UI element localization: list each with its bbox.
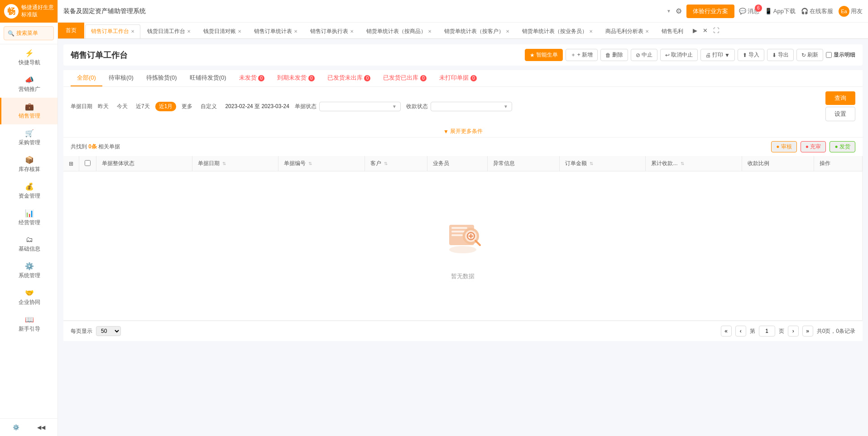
ship-button[interactable]: ● 发货 [830,141,855,152]
set-button[interactable]: 设置 [825,107,855,121]
tab-scroll-right[interactable]: ▶ [690,23,700,38]
th-check[interactable] [79,156,96,171]
tab-sales-order[interactable]: 销售订单工作台 ✕ [85,24,140,39]
delete-button[interactable]: 🗑 删除 [600,49,628,61]
tab-cash-reconcile[interactable]: 钱货日清对账 ✕ [197,24,247,38]
th-date[interactable]: 单据日期 ⇅ [192,156,278,171]
tab-close-sales-exec[interactable]: ✕ [350,29,354,34]
settings-button[interactable]: ⚙️ [11,422,21,432]
tab-sales-summary-staff[interactable]: 销货单统计表（按业务员） ✕ [516,24,599,38]
sidebar-nav-enterprise[interactable]: 🤝 企业协同 [0,284,58,311]
next-page-button[interactable]: › [788,326,799,336]
print-button[interactable]: 🖨 打印 ▼ [700,49,735,61]
tab-close-gross-profit[interactable]: ✕ [645,29,649,34]
sidebar-nav-purchase[interactable]: 🛒 采购管理 [0,124,58,151]
tab-close-sales-stats[interactable]: ✕ [294,29,297,34]
amount-sort-icon[interactable]: ⇅ [590,161,593,166]
tab-close-sales-summary-staff[interactable]: ✕ [589,29,593,34]
search-menu-button[interactable]: 🔍 搜索菜单 [4,26,54,40]
cancel-suspend-button[interactable]: ↩ 取消中止 [660,49,698,61]
refresh-button[interactable]: ↻ 刷新 [796,49,823,61]
customer-sort-icon[interactable]: ⇅ [384,161,388,166]
status-select[interactable]: ▼ [319,102,401,111]
th-amount[interactable]: 订单金额 ⇅ [559,156,646,171]
payment-select[interactable]: ▼ [431,102,512,111]
basics-icon: 🗂 [26,236,33,244]
date-option-today[interactable]: 今天 [114,102,130,111]
sidebar-nav-finance[interactable]: 💰 资金管理 [0,178,58,204]
export-button[interactable]: ⬇ 导出 [767,49,794,61]
collected-sort-icon[interactable]: ⇅ [681,161,684,166]
add-button[interactable]: ＋ + 新增 [566,49,598,61]
th-customer[interactable]: 客户 ⇅ [364,156,427,171]
sub-tab-pending-check[interactable]: 待拣验货(0) [140,70,183,86]
tab-close-all[interactable]: ✕ [700,23,710,38]
sidebar-nav-operations[interactable]: 📊 经营管理 [0,204,58,231]
online-service-button[interactable]: 🎧 在线客服 [801,7,833,15]
sidebar-nav-guide[interactable]: 📖 新手引导 [0,311,58,337]
sidebar-logo[interactable]: 畅 畅捷通好生意 标准版 [0,0,58,23]
sub-tab-shipped-out[interactable]: 已发货已出库 0 [377,70,433,86]
th-number[interactable]: 单据编号 ⇅ [278,156,365,171]
sub-tab-overdue[interactable]: 到期未发货 0 [271,70,321,86]
smart-create-button[interactable]: ★ 智能生单 [525,49,563,61]
user-button[interactable]: Ea 用友 [839,6,863,17]
tab-close-sales-summary-product[interactable]: ✕ [428,29,432,34]
suspend-button[interactable]: ⊘ 中止 [631,49,657,61]
sub-tab-not-shipped[interactable]: 未发货 0 [233,70,271,86]
app-download-button[interactable]: 📱 App下载 [765,7,796,15]
date-option-custom[interactable]: 自定义 [198,102,220,111]
sidebar-nav-sales[interactable]: 💼 销售管理 [0,98,58,124]
tab-sales-more[interactable]: 销售毛利 [656,24,689,38]
tab-cash-daily[interactable]: 钱货日清工作台 ✕ [141,24,197,38]
revoke-button[interactable]: ● 充审 [801,141,826,152]
date-option-yesterday[interactable]: 昨天 [95,102,111,111]
sidebar-nav-inventory[interactable]: 📦 库存核算 [0,151,58,178]
tab-sales-summary-customer[interactable]: 销货单统计表（按客户） ✕ [438,24,515,38]
show-detail-checkbox-label[interactable]: 显示明细 [826,51,855,59]
select-all-checkbox[interactable] [85,160,91,166]
message-button[interactable]: 💬 消息 6 [739,7,759,15]
th-collected[interactable]: 累计收款... ⇅ [646,156,742,171]
last-page-button[interactable]: » [802,326,813,336]
collapse-button[interactable]: ◀◀ [35,422,47,432]
sub-tab-wangpu[interactable]: 旺铺待发货(0) [183,70,233,86]
tab-close-sales-order[interactable]: ✕ [131,29,134,34]
sidebar-nav-system[interactable]: ⚙️ 系统管理 [0,257,58,284]
expand-filter-button[interactable]: ▼ 展开更多条件 [443,128,483,135]
query-button[interactable]: 查询 [825,91,855,105]
tab-close-sales-summary-customer[interactable]: ✕ [506,29,509,34]
tab-sales-stats[interactable]: 销售订单统计表 ✕ [248,24,303,38]
tab-sales-exec[interactable]: 销售订单执行表 ✕ [304,24,360,38]
sub-tab-not-printed[interactable]: 未打印单据 0 [433,70,483,86]
tab-home[interactable]: 首页 [58,23,84,38]
print-dropdown-arrow[interactable]: ▼ [724,52,730,58]
number-sort-icon[interactable]: ⇅ [308,161,312,166]
first-page-button[interactable]: « [721,326,732,336]
sub-tab-all[interactable]: 全部(0) [71,70,102,86]
tab-fullscreen[interactable]: ⛶ [710,23,722,38]
page-size-select[interactable]: 50 10 20 100 [96,326,121,336]
tab-close-cash-reconcile[interactable]: ✕ [238,29,241,34]
page-number-input[interactable] [759,326,775,336]
sub-tab-shipped-not-out[interactable]: 已发货未出库 0 [321,70,377,86]
tab-gross-profit[interactable]: 商品毛利分析表 ✕ [599,24,655,38]
date-option-more[interactable]: 更多 [179,102,195,111]
sidebar-nav-marketing[interactable]: 📣 营销推广 [0,71,58,98]
gear-settings-icon[interactable]: ⚙ [676,7,682,15]
date-sort-icon[interactable]: ⇅ [222,161,226,166]
table-header: ⊞ 单据整体状态 单据日期 ⇅ 单据编号 ⇅ [63,156,863,171]
tab-sales-summary-product[interactable]: 销货单统计表（按商品） ✕ [360,24,437,38]
sidebar-nav-basics[interactable]: 🗂 基础信息 [0,231,58,257]
sub-tab-pending-review[interactable]: 待审核(0) [102,70,140,86]
date-option-7days[interactable]: 近7天 [133,102,153,111]
audit-button[interactable]: ● 审核 [771,141,797,152]
show-detail-checkbox[interactable] [826,52,832,58]
tab-close-cash-daily[interactable]: ✕ [187,29,191,34]
industry-solution-button[interactable]: 体验行业方案 [686,5,734,18]
import-button[interactable]: ⬆ 导入 [738,49,764,61]
sidebar-nav-quick[interactable]: ⚡ 快捷导航 [0,44,58,71]
date-option-1month[interactable]: 近1月 [155,102,177,111]
system-dropdown-arrow[interactable]: ▼ [667,9,671,14]
prev-page-button[interactable]: ‹ [735,326,746,336]
